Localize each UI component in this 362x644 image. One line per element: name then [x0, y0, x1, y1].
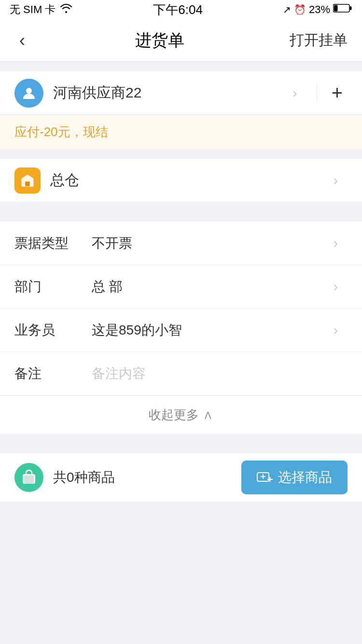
- staff-chevron-icon: ›: [334, 322, 338, 338]
- warehouse-row[interactable]: 总仓 ›: [0, 159, 362, 202]
- supplier-chevron-icon: ›: [292, 85, 297, 101]
- bottom-bar: 共0种商品 选择商品: [0, 453, 362, 502]
- warehouse-chevron-icon: ›: [334, 173, 338, 188]
- remark-input[interactable]: 备注内容: [92, 364, 348, 383]
- invoice-value: 不开票: [92, 234, 334, 252]
- dept-chevron-icon: ›: [334, 279, 338, 294]
- gap-2: [0, 149, 362, 159]
- form-section: 票据类型 不开票 › 部门 总 部 › 业务员 这是859的小智 › 备注 备注…: [0, 222, 362, 434]
- collapse-label: 收起更多 ∧: [149, 406, 213, 423]
- invoice-chevron-icon: ›: [334, 236, 338, 251]
- staff-label: 业务员: [14, 321, 72, 339]
- gap-1: [0, 62, 362, 71]
- status-bar: 无 SIM 卡 下午6:04 ↗ ⏰ 23%: [0, 0, 362, 19]
- product-count: 共0种商品: [53, 468, 241, 487]
- supplier-section: 河南供应商22 › + 应付-20元，现结: [0, 71, 362, 149]
- status-left: 无 SIM 卡: [10, 2, 73, 17]
- gap-4: [0, 434, 362, 444]
- gap-3: [0, 202, 362, 212]
- add-supplier-button[interactable]: +: [327, 80, 348, 106]
- remark-label: 备注: [14, 364, 72, 383]
- invoice-label: 票据类型: [14, 234, 72, 252]
- supplier-row[interactable]: 河南供应商22 › +: [0, 71, 362, 115]
- status-right: ↗ ⏰ 23%: [283, 3, 352, 16]
- notice-text: 应付-20元，现结: [14, 125, 108, 139]
- carrier-text: 无 SIM 卡: [10, 2, 56, 17]
- staff-row[interactable]: 业务员 这是859的小智 ›: [0, 308, 362, 352]
- supplier-name: 河南供应商22: [53, 83, 292, 103]
- select-product-button[interactable]: 选择商品: [241, 461, 348, 494]
- back-button[interactable]: ‹: [14, 26, 30, 56]
- staff-value: 这是859的小智: [92, 321, 334, 339]
- dept-row[interactable]: 部门 总 部 ›: [0, 265, 362, 308]
- page-title: 进货单: [135, 29, 184, 52]
- invoice-row[interactable]: 票据类型 不开票 ›: [0, 222, 362, 265]
- warehouse-icon: [14, 168, 41, 194]
- battery-icon: [333, 3, 352, 16]
- nav-bar: ‹ 进货单 打开挂单: [0, 19, 362, 62]
- dept-value: 总 部: [92, 278, 334, 296]
- svg-rect-2: [334, 5, 338, 12]
- svg-point-3: [26, 88, 32, 94]
- open-pending-button[interactable]: 打开挂单: [290, 30, 348, 50]
- wifi-icon: [59, 3, 73, 16]
- select-product-label: 选择商品: [278, 468, 332, 487]
- warehouse-section: 总仓 ›: [0, 159, 362, 202]
- location-icon: ↗: [283, 4, 291, 15]
- svg-rect-5: [26, 182, 29, 186]
- supplier-avatar: [14, 79, 43, 108]
- remark-row[interactable]: 备注 备注内容: [0, 352, 362, 395]
- battery-text: 23%: [309, 3, 330, 16]
- notice-banner: 应付-20元，现结: [0, 115, 362, 149]
- svg-rect-1: [350, 6, 352, 10]
- dept-label: 部门: [14, 278, 72, 296]
- alarm-icon: ⏰: [294, 4, 306, 15]
- collapse-row[interactable]: 收起更多 ∧: [0, 395, 362, 434]
- status-time: 下午6:04: [153, 1, 203, 18]
- supplier-divider: [317, 84, 317, 103]
- warehouse-name: 总仓: [50, 170, 334, 190]
- product-bag-icon: [14, 463, 43, 492]
